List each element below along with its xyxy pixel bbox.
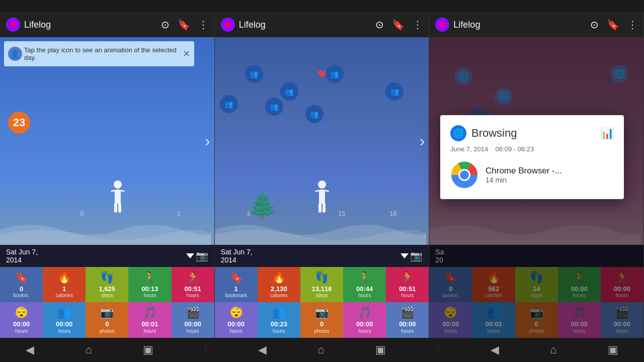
panel-1-date-triangle [186,253,194,258]
browsing-chart-icon[interactable]: 📊 [600,127,614,140]
p3-bookmark-value: 0 [449,285,452,293]
video-label: hours [187,328,199,334]
p3-music-label: hours [573,328,586,334]
nav-recent-btn-1[interactable]: ▣ [143,343,153,356]
stat-social: 👥 00:00 hours [43,302,86,338]
p2-stat-video: 🎬 00:00 hours [386,302,429,338]
p3-video-icon: 🎬 [615,306,629,319]
stat-sleep: 😴 00:00 hours [0,302,43,338]
p3-photo-icon: 📷 [530,306,543,319]
p3-social-icon: 👥 [487,306,501,319]
video-icon: 🎬 [186,306,200,319]
browsing-globe-icon: 🌐 [450,125,466,141]
p2-walk-label: hours [358,293,371,298]
p2-walk-value: 00:44 [356,285,373,293]
p2-stat-photo: 📷 0 photos [300,302,343,338]
panel-1-header-icons: ⊙ 🔖 ⋮ [161,19,208,31]
panel-2-header: Lifelog ⊙ 🔖 ⋮ [215,12,429,37]
p2-calories-label: calories [270,293,287,298]
tooltip-close-icon[interactable]: ✕ [183,48,190,59]
p3-stat-photo: 📷 0 photos [515,302,558,338]
run-value: 00:51 [184,285,201,293]
panel-2-animation: ❤ 👥 👥 👥 👥 👥 👥 👥 🌲 [215,37,429,245]
nav-divider-2: | [437,345,439,354]
p3-video-value: 00:00 [614,320,630,328]
panel-3-header-icons: ⊙ 🔖 ⋮ [590,19,637,31]
p2-calories-value: 2,130 [271,285,287,293]
panel-1-nav-arrow[interactable]: › [205,132,210,150]
nav-recent-btn-3[interactable]: ▣ [608,343,618,356]
panel-3-menu-icon[interactable]: ⋮ [627,19,637,31]
nav-recent-btn-2[interactable]: ▣ [375,343,386,356]
panel-2-cam-icon[interactable]: 📷 [410,250,423,262]
p3-bookmark-icon: 🔖 [444,271,457,284]
panel-1-cam-icon[interactable]: 📷 [196,250,208,262]
panel-1-animation: 👤 Tap the play icon to see an animation … [0,37,214,245]
social-label: hours [58,328,70,334]
calories-label: calories [55,293,72,298]
p3-stat-social: 👥 00:02 hours [472,302,515,338]
browsing-app-name: Chrome Browser -... [486,166,562,176]
panel-1-stats-row1: 🔖 0 bookm. 🔥 1 calories 👣 1,625 steps 🚶 … [0,267,214,303]
music-label: hours [143,328,156,334]
panel-3-title: Lifelog [453,20,590,30]
panel-1-stats-row2: 😴 00:00 hours 👥 00:00 hours 📷 0 photos 🎵… [0,302,214,338]
panel-3-bookmark-icon[interactable]: 🔖 [607,19,619,31]
p3-steps-value: 14 [533,285,540,293]
p2-bookmark-value: 1 [234,285,238,293]
panel-1-bookmark-icon[interactable]: 🔖 [178,19,190,31]
stat-music: 🎵 00:01 hours [128,302,171,338]
p3-sleep-value: 00:00 [442,320,459,328]
p3-walk-label: hours [573,293,586,298]
p3-run-icon: 🏃 [615,271,629,284]
p2-social-value: 00:23 [271,320,287,328]
p3-stat-walk: 🚶 00:00 hours [558,267,601,303]
nav-back-btn-1[interactable]: ◀ [26,343,34,356]
calories-value: 1 [62,285,66,293]
p3-bookmark-label: bookm. [443,293,459,298]
panel-1: Lifelog ⊙ 🔖 ⋮ 👤 Tap the play icon to see… [0,12,215,338]
photo-label: photos [100,328,115,334]
social-float-4: 👥 [305,105,324,123]
main-area: Lifelog ⊙ 🔖 ⋮ 👤 Tap the play icon to see… [0,12,644,338]
panel-2-bookmark-icon[interactable]: 🔖 [392,19,405,31]
panel-1-title: Lifelog [24,20,161,30]
p3-run-value: 00:00 [614,285,630,293]
p3-stat-sleep: 😴 00:00 hours [429,302,472,338]
panel-2-nav-arrow[interactable]: › [420,132,425,150]
p2-video-icon: 🎬 [400,306,414,319]
steps-icon: 👣 [100,271,114,284]
calories-icon: 🔥 [57,271,71,284]
social-float-6: 👥 [385,82,404,101]
tooltip-avatar-icon: 👤 [8,47,22,61]
panel-1-tooltip: 👤 Tap the play icon to see an animation … [4,41,194,66]
p3-sleep-icon: 😴 [444,306,457,319]
photo-value: 0 [105,320,109,328]
p3-calories-value: 562 [488,285,499,293]
social-float-5: 👥 [265,98,283,116]
panel-1-play-icon[interactable]: ⊙ [161,19,170,31]
nav-bar: ◀ ⌂ ▣ | ◀ ⌂ ▣ | ◀ ⌂ ▣ [0,338,644,362]
nav-home-btn-1[interactable]: ⌂ [85,343,92,356]
social-float-1: 👥 [245,65,263,83]
panel-1-menu-icon[interactable]: ⋮ [198,19,208,31]
p2-run-icon: 🏃 [400,271,414,284]
p2-music-value: 00:00 [356,320,373,328]
panel-2: Lifelog ⊙ 🔖 ⋮ ❤ 👥 👥 👥 👥 👥 👥 👥 [215,12,430,338]
p2-stat-bookmark: 🔖 1 bookmark [215,267,258,303]
social-float-2: 👥 [280,82,298,101]
nav-home-btn-2[interactable]: ⌂ [317,343,324,356]
p2-photo-icon: 📷 [315,306,329,319]
svg-point-15 [460,170,469,179]
p2-stat-sleep: 😴 00:00 hours [215,302,258,338]
nav-back-btn-2[interactable]: ◀ [258,343,267,356]
p3-calories-label: calories [485,293,502,298]
p2-music-label: hours [358,328,371,334]
panel-3-play-icon[interactable]: ⊙ [590,19,599,31]
nav-home-btn-3[interactable]: ⌂ [550,343,556,356]
social-value: 00:00 [56,320,72,328]
panel-2-play-icon[interactable]: ⊙ [375,19,384,31]
panel-2-menu-icon[interactable]: ⋮ [413,19,423,31]
nav-back-btn-3[interactable]: ◀ [491,343,499,356]
panel-3-stats-row1: 🔖 0 bookm. 🔥 562 calories 👣 14 steps 🚶 0… [429,267,643,303]
